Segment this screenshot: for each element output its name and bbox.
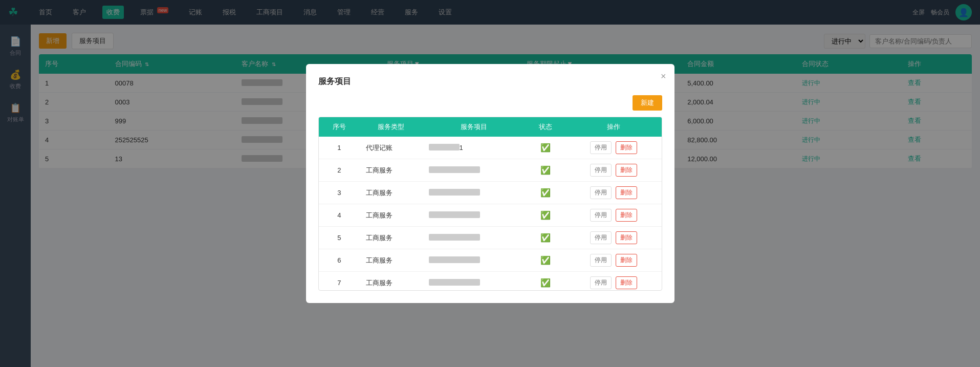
modal-cell-item: [423, 272, 525, 291]
status-check-icon: ✅: [540, 166, 551, 175]
modal-cell-actions[interactable]: 停用 删除: [566, 272, 661, 291]
modal-table-row: 4 工商服务 ✅ 停用 删除: [319, 204, 662, 227]
modal-cell-actions[interactable]: 停用 删除: [566, 249, 661, 272]
modal-cell-type: 工商服务: [360, 182, 423, 204]
modal-cell-actions[interactable]: 停用 删除: [566, 137, 661, 159]
modal-cell-seq: 7: [319, 272, 360, 291]
stop-button[interactable]: 停用: [590, 231, 612, 244]
modal-cell-status: ✅: [525, 272, 566, 291]
modal-cell-type: 工商服务: [360, 272, 423, 291]
modal-table-row: 2 工商服务 ✅ 停用 删除: [319, 159, 662, 182]
modal-cell-status: ✅: [525, 137, 566, 159]
delete-button[interactable]: 删除: [616, 231, 637, 244]
status-check-icon: ✅: [540, 278, 551, 287]
stop-button[interactable]: 停用: [590, 141, 612, 154]
modal-cell-type: 工商服务: [360, 159, 423, 182]
modal-col-action: 操作: [566, 117, 661, 137]
modal-table-wrap[interactable]: 序号 服务类型 服务项目 状态 操作 1 代理记账 1 ✅ 停用 删除 2 工商…: [318, 117, 662, 291]
modal-table-row: 6 工商服务 ✅ 停用 删除: [319, 249, 662, 272]
modal-table-row: 5 工商服务 ✅ 停用 删除: [319, 227, 662, 249]
modal-col-item: 服务项目: [423, 117, 525, 137]
stop-button[interactable]: 停用: [590, 276, 612, 289]
modal-cell-actions[interactable]: 停用 删除: [566, 159, 661, 182]
modal-cell-seq: 6: [319, 249, 360, 272]
modal-cell-actions[interactable]: 停用 删除: [566, 182, 661, 204]
modal-cell-item: 1: [423, 137, 525, 159]
modal-service-table: 序号 服务类型 服务项目 状态 操作 1 代理记账 1 ✅ 停用 删除 2 工商…: [319, 117, 662, 291]
modal-cell-status: ✅: [525, 182, 566, 204]
delete-button[interactable]: 删除: [616, 164, 637, 177]
modal-cell-seq: 3: [319, 182, 360, 204]
service-items-modal: 服务项目 × 新建 序号 服务类型 服务项目 状态 操作 1 代理记账: [306, 64, 674, 303]
modal-cell-actions[interactable]: 停用 删除: [566, 204, 661, 227]
modal-cell-status: ✅: [525, 159, 566, 182]
delete-button[interactable]: 删除: [616, 209, 637, 222]
status-check-icon: ✅: [540, 211, 551, 220]
stop-button[interactable]: 停用: [590, 186, 612, 199]
modal-cell-seq: 1: [319, 137, 360, 159]
modal-overlay[interactable]: 服务项目 × 新建 序号 服务类型 服务项目 状态 操作 1 代理记账: [0, 0, 980, 367]
modal-cell-item: [423, 249, 525, 272]
modal-cell-item: [423, 182, 525, 204]
modal-cell-seq: 5: [319, 227, 360, 249]
modal-col-type: 服务类型: [360, 117, 423, 137]
modal-cell-type: 代理记账: [360, 137, 423, 159]
modal-cell-type: 工商服务: [360, 249, 423, 272]
modal-cell-status: ✅: [525, 227, 566, 249]
status-check-icon: ✅: [540, 256, 551, 265]
modal-cell-seq: 4: [319, 204, 360, 227]
modal-cell-status: ✅: [525, 204, 566, 227]
modal-table-row: 3 工商服务 ✅ 停用 删除: [319, 182, 662, 204]
modal-cell-actions[interactable]: 停用 删除: [566, 227, 661, 249]
modal-title: 服务项目: [318, 76, 662, 87]
delete-button[interactable]: 删除: [616, 276, 637, 289]
modal-cell-item: [423, 159, 525, 182]
modal-cell-seq: 2: [319, 159, 360, 182]
modal-table-row: 1 代理记账 1 ✅ 停用 删除: [319, 137, 662, 159]
stop-button[interactable]: 停用: [590, 254, 612, 267]
modal-col-seq: 序号: [319, 117, 360, 137]
status-check-icon: ✅: [540, 233, 551, 242]
delete-button[interactable]: 删除: [616, 186, 637, 199]
modal-cell-type: 工商服务: [360, 227, 423, 249]
status-check-icon: ✅: [540, 188, 551, 197]
stop-button[interactable]: 停用: [590, 209, 612, 222]
modal-cell-type: 工商服务: [360, 204, 423, 227]
modal-close-button[interactable]: ×: [661, 71, 666, 82]
modal-cell-item: [423, 227, 525, 249]
status-check-icon: ✅: [540, 143, 551, 152]
delete-button[interactable]: 删除: [616, 141, 637, 154]
delete-button[interactable]: 删除: [616, 254, 637, 267]
modal-cell-item: [423, 204, 525, 227]
modal-cell-status: ✅: [525, 249, 566, 272]
modal-toolbar: 新建: [318, 95, 662, 111]
stop-button[interactable]: 停用: [590, 164, 612, 177]
modal-table-row: 7 工商服务 ✅ 停用 删除: [319, 272, 662, 291]
modal-new-button[interactable]: 新建: [633, 95, 662, 111]
modal-col-status: 状态: [525, 117, 566, 137]
